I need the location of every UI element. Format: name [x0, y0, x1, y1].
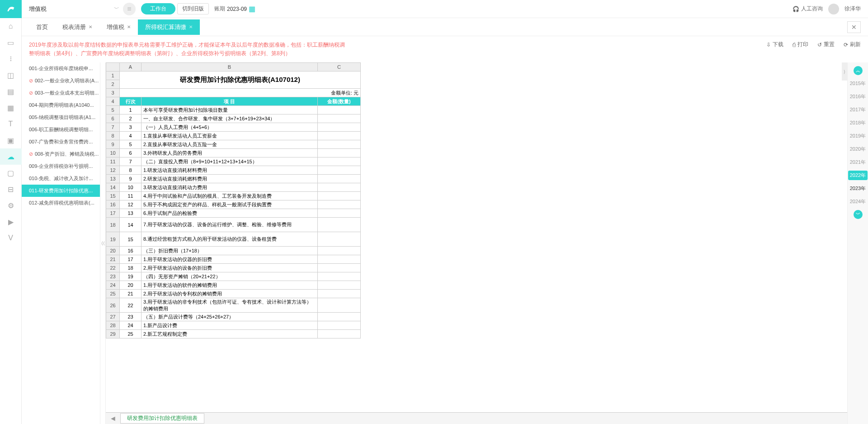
nav-gear-icon[interactable]: ⚙ [0, 197, 22, 214]
nav-box-icon[interactable]: ▢ [0, 165, 22, 181]
form-list-item[interactable]: 007-广告费和业务宣传费跨... [22, 136, 100, 148]
row-number: 10 [120, 183, 142, 192]
nav-play-icon[interactable]: ▶ [0, 214, 22, 230]
form-list-item[interactable]: ⊘008-资产折旧、摊销及纳税... [22, 148, 100, 160]
list-circle-button[interactable]: ≡ [123, 3, 136, 15]
nav-cal-icon[interactable]: ▣ [0, 132, 22, 148]
close-all-tabs-button[interactable]: ✕ [847, 21, 861, 33]
form-list-item[interactable]: 010-免税、减计收入及加计... [22, 172, 100, 185]
cell-amount[interactable] [318, 132, 361, 140]
print-icon: ⎙ [793, 42, 796, 48]
year-2019年[interactable]: 2019年 [848, 131, 868, 141]
form-list-item[interactable]: 005-纳税调整项目明细表(A1... [22, 111, 100, 124]
cell-amount[interactable] [318, 157, 361, 166]
cell-amount[interactable] [318, 255, 361, 264]
nav-chart-icon[interactable]: ⫶ [0, 51, 22, 67]
tab-close-icon[interactable]: ✕ [89, 24, 92, 29]
nav-grid-icon[interactable]: ▦ [0, 100, 22, 116]
tab-close-icon[interactable]: ✕ [127, 24, 131, 29]
form-list: 001-企业所得税年度纳税申...⊘002-一般企业收入明细表(A...⊘003… [22, 62, 100, 424]
app-logo[interactable] [0, 0, 22, 18]
year-down-button[interactable]: ︾ [854, 210, 863, 219]
download-button[interactable]: ⇩下载 [766, 41, 783, 48]
tab-税表清册[interactable]: 税表清册✕ [55, 19, 99, 35]
nav-bag-icon[interactable]: ◫ [0, 67, 22, 83]
col-header-xuhao: 行次 [120, 97, 142, 106]
year-2015年[interactable]: 2015年 [848, 79, 868, 88]
year-2022年[interactable]: 2022年 [848, 171, 868, 180]
cell-amount[interactable] [318, 200, 361, 209]
cell-amount[interactable] [318, 218, 361, 232]
row-project: （四）无形资产摊销（20+21+22） [142, 272, 318, 281]
cell-amount[interactable] [318, 290, 361, 298]
nav-v-icon[interactable]: V [0, 230, 22, 246]
year-up-button[interactable]: ︽ [854, 66, 863, 75]
nav-doc-icon[interactable]: ▭ [0, 34, 22, 51]
consult-link[interactable]: 🎧 人工咨询 [793, 5, 823, 13]
calendar-icon[interactable]: ▦ [249, 5, 255, 13]
cell-amount[interactable] [318, 140, 361, 149]
print-button[interactable]: ⎙打印 [793, 41, 808, 48]
row-project: （五）新产品设计费等（24+25+26+27） [142, 313, 318, 321]
year-2018年[interactable]: 2018年 [848, 118, 868, 128]
spreadsheet-grid[interactable]: ABC1研发费用加计扣除优惠明细表(A107012)23金额单位: 元4行次项 … [106, 62, 847, 412]
cell-amount[interactable] [318, 175, 361, 183]
row-number: 19 [120, 272, 142, 281]
nav-t-icon[interactable]: T [0, 116, 22, 132]
cell-amount[interactable] [318, 114, 361, 123]
user-avatar[interactable] [828, 4, 839, 14]
cell-amount[interactable] [318, 330, 361, 338]
row-project: 2.研发活动直接消耗燃料费用 [142, 175, 318, 183]
form-list-item[interactable]: 001-企业所得税年度纳税申... [22, 62, 100, 75]
cell-amount[interactable] [318, 321, 361, 330]
sheet-nav-prev[interactable]: ◄ [106, 414, 120, 423]
cell-amount[interactable] [318, 123, 361, 132]
year-2021年[interactable]: 2021年 [848, 157, 868, 167]
refresh-button[interactable]: ⟳刷新 [844, 41, 861, 48]
form-list-item[interactable]: 012-减免所得税优惠明细表(... [22, 197, 100, 209]
year-2016年[interactable]: 2016年 [848, 92, 868, 101]
cell-amount[interactable] [318, 192, 361, 200]
form-list-item[interactable]: ⊘003-一般企业成本支出明细... [22, 87, 100, 99]
year-2024年[interactable]: 2024年 [848, 197, 868, 206]
year-2023年[interactable]: 2023年 [848, 184, 868, 193]
year-2020年[interactable]: 2020年 [848, 144, 868, 154]
cell-amount[interactable] [318, 298, 361, 313]
category-dropdown[interactable]: 增值税 ﹀ [29, 5, 119, 13]
nav-active-icon[interactable]: ☁ [0, 148, 22, 165]
nav-tray-icon[interactable]: ⊟ [0, 181, 22, 197]
reset-button[interactable]: ↺重置 [817, 41, 835, 48]
form-list-item[interactable]: 009-企业所得税弥补亏损明... [22, 160, 100, 172]
cell-amount[interactable] [318, 281, 361, 290]
username: 徐泽华 [844, 5, 861, 13]
switch-old-button[interactable]: 切到旧版 [177, 3, 209, 14]
workbench-button[interactable]: 工作台 [141, 3, 175, 14]
tab-增值税[interactable]: 增值税✕ [99, 19, 138, 35]
expand-right-handle[interactable]: ⟩ [842, 62, 847, 81]
row-number: 4 [120, 132, 142, 140]
collapse-formlist-handle[interactable]: ⟨⟨ [100, 62, 106, 424]
row-project: 1.用于研发活动的软件的摊销费用 [142, 281, 318, 290]
cell-amount[interactable] [318, 209, 361, 218]
nav-clip-icon[interactable]: ▤ [0, 83, 22, 100]
form-list-item[interactable]: 004-期间费用明细表(A1040... [22, 99, 100, 111]
cell-amount[interactable] [318, 183, 361, 192]
form-list-item[interactable]: 006-职工薪酬纳税调整明细... [22, 124, 100, 136]
nav-home-icon[interactable]: ⌂ [0, 18, 22, 34]
cell-amount[interactable] [318, 247, 361, 255]
cell-amount[interactable] [318, 232, 361, 247]
form-list-item[interactable]: ⊘002-一般企业收入明细表(A... [22, 75, 100, 87]
cell-amount[interactable] [318, 313, 361, 321]
cell-amount[interactable] [318, 272, 361, 281]
tab-所得税汇算清缴[interactable]: 所得税汇算清缴✕ [138, 19, 200, 35]
cell-amount[interactable] [318, 264, 361, 272]
reset-icon: ↺ [817, 42, 822, 48]
year-2017年[interactable]: 2017年 [848, 105, 868, 114]
tab-首页[interactable]: 首页 [29, 19, 55, 35]
cell-amount[interactable] [318, 149, 361, 157]
cell-amount[interactable] [318, 166, 361, 175]
cell-amount[interactable] [318, 106, 361, 114]
tab-close-icon[interactable]: ✕ [189, 24, 193, 29]
sheet-tab[interactable]: 研发费用加计扣除优惠明细表 [120, 413, 204, 424]
form-list-item[interactable]: 011-研发费用加计扣除优惠... [22, 185, 100, 197]
